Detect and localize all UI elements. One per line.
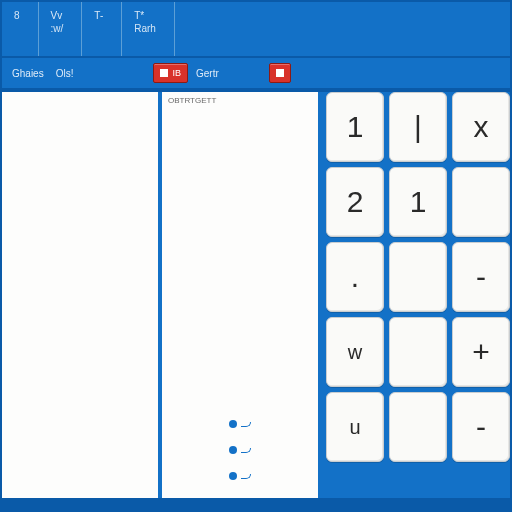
key-w[interactable]: w: [326, 317, 384, 387]
menu-label: 8: [14, 10, 20, 21]
toolbar-button-1[interactable]: IB: [153, 63, 188, 83]
menu-label: T-: [94, 10, 103, 21]
menu-item-3[interactable]: T* Rarh: [122, 2, 175, 56]
workspace: OBTRTGETT 1 | x 2 1 . - w + u -: [2, 92, 510, 498]
marker-icon: [229, 472, 251, 480]
square-icon: [160, 69, 168, 77]
key-dot[interactable]: .: [326, 242, 384, 312]
panel-left: [2, 92, 162, 498]
keypad: 1 | x 2 1 . - w + u -: [322, 92, 510, 498]
toolbar: Ghaies Ols! IB Gertr: [2, 58, 510, 92]
key-pipe[interactable]: |: [389, 92, 447, 162]
key-2[interactable]: 2: [326, 167, 384, 237]
key-multiply[interactable]: x: [452, 92, 510, 162]
key-blank-1[interactable]: [452, 167, 510, 237]
key-1[interactable]: 1: [326, 92, 384, 162]
menu-sublabel: Rarh: [134, 23, 156, 34]
menubar: 8 Vv :w/ T- T* Rarh: [2, 2, 510, 58]
toolbar-button-1-label: IB: [172, 68, 181, 78]
toolbar-button-2[interactable]: [269, 63, 291, 83]
marker-icon: [229, 446, 251, 454]
menu-sublabel: :w/: [51, 23, 64, 34]
toolbar-label-2: Ols!: [56, 68, 74, 79]
key-blank-4[interactable]: [389, 392, 447, 462]
panel-mid-markers: [229, 420, 251, 480]
key-1b[interactable]: 1: [389, 167, 447, 237]
toolbar-label-3: Gertr: [196, 68, 219, 79]
key-minus-2[interactable]: -: [452, 392, 510, 462]
key-plus[interactable]: +: [452, 317, 510, 387]
key-blank-2[interactable]: [389, 242, 447, 312]
menu-item-0[interactable]: 8: [2, 2, 39, 56]
key-minus[interactable]: -: [452, 242, 510, 312]
menu-item-1[interactable]: Vv :w/: [39, 2, 83, 56]
panel-mid: OBTRTGETT: [162, 92, 322, 498]
menu-label: Vv: [51, 10, 64, 21]
marker-icon: [229, 420, 251, 428]
bottombar: [2, 498, 510, 512]
key-blank-3[interactable]: [389, 317, 447, 387]
toolbar-label-1: Ghaies: [12, 68, 44, 79]
key-u[interactable]: u: [326, 392, 384, 462]
menu-label: T*: [134, 10, 156, 21]
panel-mid-header: OBTRTGETT: [168, 96, 216, 105]
square-icon: [276, 69, 284, 77]
menu-item-2[interactable]: T-: [82, 2, 122, 56]
